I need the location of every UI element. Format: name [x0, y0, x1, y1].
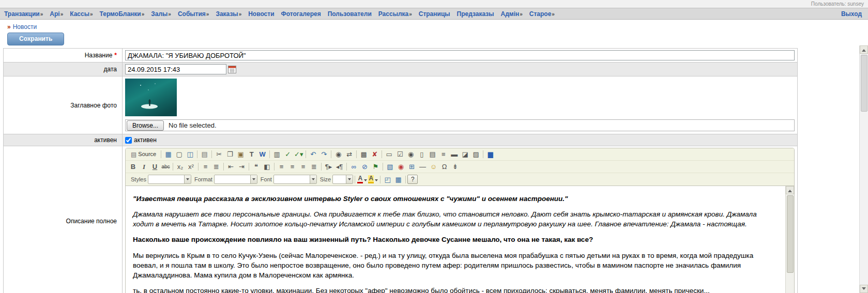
- nav-item-api[interactable]: Api»: [50, 10, 63, 18]
- print-icon[interactable]: ▥: [271, 149, 282, 160]
- page-break-icon[interactable]: ⇟: [450, 162, 461, 172]
- format-combo[interactable]: [214, 175, 257, 184]
- underline-icon[interactable]: U: [149, 162, 160, 172]
- nav-item-logout[interactable]: Выход: [841, 10, 862, 18]
- nav-item-preorders[interactable]: Предзаказы: [457, 10, 494, 18]
- hidden-field-icon[interactable]: ▨: [470, 149, 481, 160]
- show-blocks-icon[interactable]: ▦: [393, 174, 404, 184]
- nav-item-label: Залы: [151, 10, 167, 18]
- align-right-icon[interactable]: ≡: [298, 162, 309, 172]
- chart-icon[interactable]: ▆: [485, 149, 496, 160]
- nav-item-admin[interactable]: Адмін»: [500, 10, 522, 18]
- templates-icon[interactable]: ▤: [199, 149, 210, 160]
- copy-icon[interactable]: ❐: [224, 149, 235, 160]
- source-button[interactable]: ▤Source: [128, 149, 159, 160]
- spellcheck-icon[interactable]: ✓: [282, 149, 293, 160]
- nav-item-events[interactable]: События»: [178, 10, 209, 18]
- styles-combo[interactable]: [148, 175, 191, 184]
- nav-item-users[interactable]: Пользователи: [328, 10, 372, 18]
- editor-scroll-thumb[interactable]: [787, 195, 794, 273]
- bold-icon[interactable]: B: [128, 162, 139, 172]
- text-field-icon[interactable]: ▯: [416, 149, 427, 160]
- save-button[interactable]: Сохранить: [7, 33, 64, 45]
- select-all-icon[interactable]: ▩: [358, 149, 369, 160]
- preview-icon[interactable]: ◫: [185, 149, 195, 160]
- align-justify-icon[interactable]: ≣: [309, 162, 319, 172]
- nav-item-cash-desks[interactable]: Кассы»: [70, 10, 93, 18]
- date-input[interactable]: [125, 64, 226, 74]
- form-icon[interactable]: ▭: [384, 149, 394, 160]
- table-icon[interactable]: ⊞: [406, 162, 417, 172]
- paste-plain-text-icon[interactable]: T: [246, 149, 257, 160]
- undo-icon[interactable]: ↶: [308, 149, 318, 160]
- subscript-icon[interactable]: x₂: [175, 162, 186, 172]
- special-char-icon[interactable]: Ω: [439, 162, 450, 172]
- title-input[interactable]: [125, 50, 795, 60]
- save-icon[interactable]: ▦: [163, 149, 174, 160]
- align-left-icon[interactable]: ≡: [276, 162, 287, 172]
- create-div-icon[interactable]: ◧: [262, 162, 272, 172]
- nav-item-thermo-blanks[interactable]: ТермоБланки»: [100, 10, 145, 18]
- text-direction-rtl-icon[interactable]: ◂¶: [334, 162, 345, 172]
- paste-icon[interactable]: ▣: [235, 149, 246, 160]
- maximize-icon[interactable]: ◰: [382, 174, 393, 184]
- scayt-icon[interactable]: ✓▾: [293, 149, 304, 160]
- italic-icon[interactable]: I: [139, 162, 149, 172]
- indent-icon[interactable]: ⇥: [236, 162, 247, 172]
- flash-icon[interactable]: ◉: [395, 162, 406, 172]
- nav-item-orders[interactable]: Заказы»: [216, 10, 241, 18]
- image-button-icon[interactable]: ◪: [460, 149, 470, 160]
- paste-from-word-icon[interactable]: W: [257, 149, 268, 160]
- nav-item-old[interactable]: Старое»: [529, 10, 555, 18]
- redo-icon[interactable]: ↷: [318, 149, 329, 160]
- nav-item-news[interactable]: Новости: [248, 10, 274, 18]
- nav-item-halls[interactable]: Залы»: [151, 10, 171, 18]
- checkbox-icon[interactable]: ☑: [394, 149, 405, 160]
- new-page-icon[interactable]: ▢: [174, 149, 185, 160]
- bulleted-list-icon[interactable]: ≣: [211, 162, 222, 172]
- text-color-button[interactable]: A: [357, 174, 368, 184]
- superscript-icon[interactable]: x²: [186, 162, 196, 172]
- page-scroll-thumb[interactable]: [861, 55, 867, 112]
- outdent-icon[interactable]: ⇤: [225, 162, 236, 172]
- cut-icon[interactable]: ✂: [214, 149, 224, 160]
- unlink-icon[interactable]: ⊘: [359, 162, 370, 172]
- blockquote-icon[interactable]: ❝: [251, 162, 262, 172]
- select-field-icon[interactable]: ≡: [438, 149, 449, 160]
- page-scroll-down-icon[interactable]: [860, 285, 868, 293]
- find-icon[interactable]: ◉: [333, 149, 344, 160]
- size-combo[interactable]: [332, 175, 353, 184]
- nav-item-mailing[interactable]: Рассылка»: [378, 10, 412, 18]
- page-scroll-up-icon[interactable]: [860, 45, 868, 54]
- horizontal-rule-icon[interactable]: ―: [417, 162, 428, 172]
- form-row-date: дата: [4, 63, 797, 76]
- nav-item-pages[interactable]: Страницы: [419, 10, 450, 18]
- about-button[interactable]: ?: [407, 175, 418, 184]
- anchor-icon[interactable]: ⚑: [370, 162, 381, 172]
- nav-item-transactions[interactable]: Транзакции»: [4, 10, 43, 18]
- remove-format-icon[interactable]: ✘: [369, 149, 380, 160]
- align-center-icon[interactable]: ≡: [287, 162, 298, 172]
- strikethrough-icon[interactable]: abc: [160, 162, 171, 172]
- radio-button-icon[interactable]: ◉: [405, 149, 416, 160]
- editor-scroll-up-icon[interactable]: [786, 186, 794, 194]
- calendar-icon[interactable]: [228, 66, 236, 73]
- page-scrollbar[interactable]: [859, 45, 868, 293]
- link-icon[interactable]: ∞: [348, 162, 359, 172]
- numbered-list-icon[interactable]: ≡: [200, 162, 211, 172]
- font-combo[interactable]: [273, 175, 317, 184]
- nav-item-photo-gallery[interactable]: Фотогалерея: [281, 10, 321, 18]
- image-icon[interactable]: ▧: [385, 162, 395, 172]
- photo-file-input[interactable]: Browse... No file selected.: [125, 119, 795, 131]
- form-button-icon[interactable]: ▬: [449, 149, 460, 160]
- editor-scrollbar[interactable]: [785, 186, 794, 293]
- text-direction-ltr-icon[interactable]: ¶▸: [323, 162, 334, 172]
- smiley-icon[interactable]: ☺: [428, 162, 439, 172]
- replace-icon[interactable]: ⇄: [344, 149, 355, 160]
- breadcrumb-link-news[interactable]: Новости: [13, 23, 37, 30]
- background-color-button[interactable]: A: [368, 174, 378, 184]
- active-checkbox[interactable]: [125, 137, 132, 144]
- editor-content-area[interactable]: "Известная певица рассказала в эксклюзив…: [126, 186, 785, 293]
- textarea-icon[interactable]: ▤: [427, 149, 438, 160]
- browse-button[interactable]: Browse...: [127, 120, 164, 131]
